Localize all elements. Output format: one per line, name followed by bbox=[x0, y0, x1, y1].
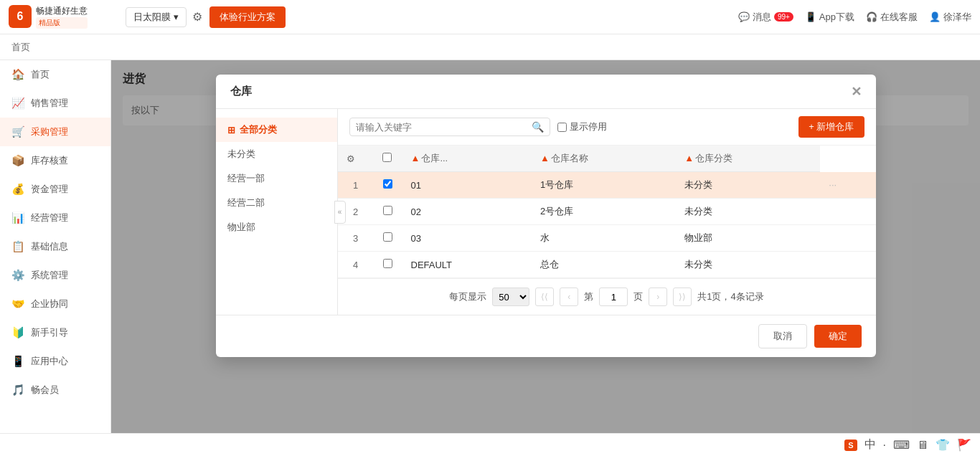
confirm-btn[interactable]: 确定 bbox=[814, 325, 862, 348]
sales-icon: 📈 bbox=[11, 97, 25, 110]
cat-item-property[interactable]: 物业部 bbox=[216, 215, 337, 239]
modal-overlay: 仓库 ✕ ⊞ 全部分类 未分类 经营一部 经营二部 物业部 bbox=[111, 60, 980, 456]
search-icon[interactable]: 🔍 bbox=[532, 121, 544, 133]
cat-item-dept1[interactable]: 经营一部 bbox=[216, 166, 337, 191]
col-header-num: ▲仓库... bbox=[402, 146, 532, 172]
sidebar-item-sales[interactable]: 📈 销售管理 bbox=[0, 89, 110, 118]
table-body: 1 01 1号仓库 未分类 ··· 2 02 2号仓库 未分类 3 03 水 物… bbox=[338, 172, 876, 278]
table-scroll-area: ⚙ ▲仓库... ▲仓库名称 ▲仓库分类 1 01 1号仓库 未分类 bbox=[338, 146, 876, 278]
add-warehouse-btn[interactable]: + 新增仓库 bbox=[798, 116, 864, 138]
message-badge: 99+ bbox=[774, 12, 793, 22]
main-layout: 🏠 首页 📈 销售管理 🛒 采购管理 📦 库存核查 💰 资金管理 📊 经营管理 … bbox=[0, 60, 980, 456]
row-more-actions[interactable]: ··· bbox=[820, 172, 875, 199]
table-row[interactable]: 2 02 2号仓库 未分类 bbox=[338, 199, 876, 225]
sidebar-item-system[interactable]: ⚙️ 系统管理 bbox=[0, 261, 110, 290]
show-disabled-check[interactable] bbox=[557, 123, 567, 132]
table-row[interactable]: 1 01 1号仓库 未分类 ··· bbox=[338, 172, 876, 199]
warehouse-table: ⚙ ▲仓库... ▲仓库名称 ▲仓库分类 1 01 1号仓库 未分类 bbox=[338, 146, 876, 278]
col-header-name: ▲仓库名称 bbox=[532, 146, 676, 172]
gear-icon[interactable]: ⚙ bbox=[192, 10, 202, 24]
sidebar-item-guide[interactable]: 🔰 新手引导 bbox=[0, 318, 110, 347]
row-checkbox-cell bbox=[374, 252, 402, 278]
category-panel: ⊞ 全部分类 未分类 经营一部 经营二部 物业部 « bbox=[216, 109, 338, 315]
sidebar-label: 基础信息 bbox=[31, 240, 68, 253]
row-name: 水 bbox=[532, 225, 676, 252]
sidebar-item-apps[interactable]: 📱 应用中心 bbox=[0, 347, 110, 376]
sidebar-label: 首页 bbox=[31, 68, 50, 81]
row-checkbox[interactable] bbox=[383, 206, 392, 215]
search-input[interactable] bbox=[356, 122, 527, 133]
row-checkbox-cell bbox=[374, 199, 402, 225]
sidebar-label: 新手引导 bbox=[31, 326, 68, 339]
user-menu[interactable]: 👤 徐泽华 bbox=[929, 11, 971, 24]
apps-icon: 📱 bbox=[11, 355, 25, 368]
sidebar-item-home[interactable]: 🏠 首页 bbox=[0, 60, 110, 89]
enterprise-icon: 🤝 bbox=[11, 298, 25, 310]
row-name: 总仓 bbox=[532, 252, 676, 278]
sidebar-item-member[interactable]: 🎵 畅会员 bbox=[0, 376, 110, 404]
cat-item-dept2[interactable]: 经营二部 bbox=[216, 191, 337, 215]
message-icon: 💬 bbox=[738, 11, 750, 22]
table-row[interactable]: 3 03 水 物业部 bbox=[338, 225, 876, 252]
store-selector[interactable]: 日太阳膜 ▾ bbox=[126, 7, 187, 27]
last-page-btn[interactable]: ⟩⟩ bbox=[673, 288, 692, 306]
sidebar-item-inventory[interactable]: 📦 库存核查 bbox=[0, 146, 110, 175]
warehouse-modal: 仓库 ✕ ⊞ 全部分类 未分类 经营一部 经营二部 物业部 bbox=[216, 75, 876, 357]
sidebar-item-operations[interactable]: 📊 经营管理 bbox=[0, 204, 110, 232]
sidebar-label: 企业协同 bbox=[31, 298, 68, 310]
row-more-actions bbox=[820, 225, 875, 252]
first-page-btn[interactable]: ⟨⟨ bbox=[535, 288, 554, 306]
sidebar-item-purchase[interactable]: 🛒 采购管理 bbox=[0, 118, 110, 146]
shirt-icon[interactable]: 👕 bbox=[936, 438, 950, 452]
messages-btn[interactable]: 💬 消息 99+ bbox=[738, 11, 793, 24]
sidebar-item-enterprise[interactable]: 🤝 企业协同 bbox=[0, 290, 110, 318]
close-icon[interactable]: ✕ bbox=[851, 85, 862, 98]
cat-item-unclassified[interactable]: 未分类 bbox=[216, 142, 337, 166]
table-header-row: ⚙ ▲仓库... ▲仓库名称 ▲仓库分类 bbox=[338, 146, 876, 172]
guide-icon: 🔰 bbox=[11, 326, 25, 339]
page-summary: 共1页，4条记录 bbox=[697, 290, 763, 303]
collapse-panel-btn[interactable]: « bbox=[334, 201, 346, 224]
prev-page-btn[interactable]: ‹ bbox=[560, 288, 578, 306]
row-checkbox[interactable] bbox=[383, 179, 392, 189]
basic-info-icon: 📋 bbox=[11, 240, 25, 253]
cancel-btn[interactable]: 取消 bbox=[758, 324, 807, 348]
sidebar-label: 库存核查 bbox=[31, 154, 68, 167]
online-service-btn[interactable]: 🎧 在线客服 bbox=[866, 11, 918, 24]
sidebar-item-finance[interactable]: 💰 资金管理 bbox=[0, 175, 110, 204]
trial-btn[interactable]: 体验行业方案 bbox=[209, 6, 286, 28]
row-name: 1号仓库 bbox=[532, 172, 676, 199]
sidebar: 🏠 首页 📈 销售管理 🛒 采购管理 📦 库存核查 💰 资金管理 📊 经营管理 … bbox=[0, 60, 111, 456]
next-page-btn[interactable]: › bbox=[649, 288, 667, 306]
sidebar-item-basic-info[interactable]: 📋 基础信息 bbox=[0, 232, 110, 261]
modal-footer: 取消 确定 bbox=[216, 315, 876, 357]
cat-all[interactable]: ⊞ 全部分类 bbox=[216, 118, 337, 142]
row-id: DEFAULT bbox=[402, 252, 532, 278]
logo-badge: 精品版 bbox=[36, 17, 88, 29]
row-num: 4 bbox=[338, 252, 374, 278]
breadcrumb-home[interactable]: 首页 bbox=[11, 41, 30, 54]
select-all-checkbox[interactable] bbox=[382, 153, 392, 162]
inventory-icon: 📦 bbox=[11, 154, 25, 167]
sidebar-label: 系统管理 bbox=[31, 269, 68, 282]
app-download-btn[interactable]: 📱 App下载 bbox=[805, 11, 854, 24]
row-checkbox[interactable] bbox=[383, 232, 392, 242]
row-checkbox[interactable] bbox=[383, 259, 392, 268]
page-input[interactable] bbox=[599, 288, 628, 306]
row-category: 未分类 bbox=[676, 252, 820, 278]
store-name: 日太阳膜 bbox=[133, 11, 171, 24]
keyboard-icon[interactable]: ⌨ bbox=[893, 438, 910, 452]
monitor-icon[interactable]: 🖥 bbox=[917, 439, 928, 452]
row-id: 02 bbox=[402, 199, 532, 225]
per-page-select[interactable]: 50 20 100 bbox=[492, 288, 529, 306]
logo-icon: 6 bbox=[9, 5, 32, 28]
row-more-actions bbox=[820, 252, 875, 278]
show-disabled-checkbox[interactable]: 显示停用 bbox=[557, 120, 607, 133]
dot-icon: · bbox=[883, 439, 886, 452]
row-category: 物业部 bbox=[676, 225, 820, 252]
mobile-icon: 📱 bbox=[805, 11, 816, 22]
s-logo: S bbox=[844, 440, 857, 451]
table-row[interactable]: 4 DEFAULT 总仓 未分类 bbox=[338, 252, 876, 278]
sidebar-label: 销售管理 bbox=[31, 97, 68, 110]
row-name: 2号仓库 bbox=[532, 199, 676, 225]
